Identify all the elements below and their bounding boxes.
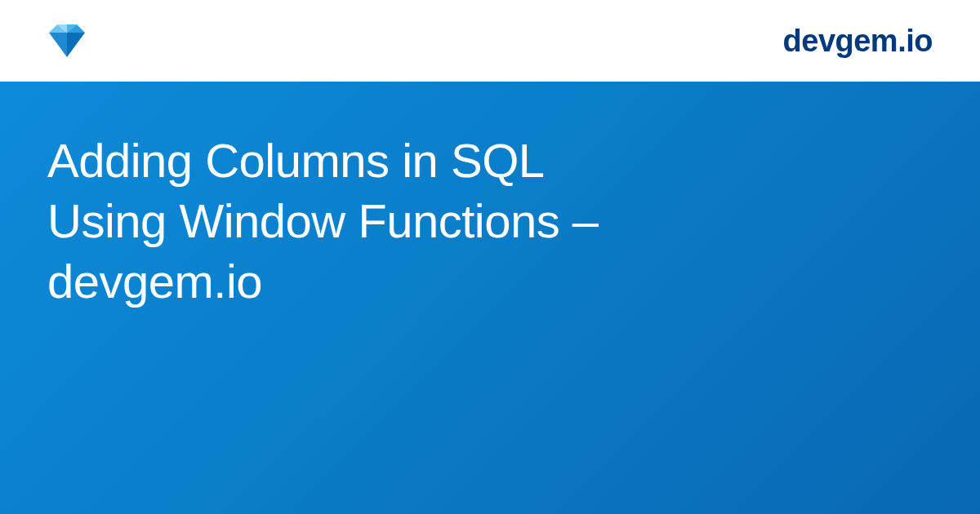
page-title: Adding Columns in SQL Using Window Funct… — [47, 131, 668, 312]
brand-name: devgem.io — [783, 24, 933, 59]
hero: Adding Columns in SQL Using Window Funct… — [0, 82, 980, 514]
svg-marker-4 — [49, 33, 67, 57]
header: devgem.io — [0, 0, 980, 82]
svg-marker-5 — [67, 33, 85, 57]
gem-icon — [47, 21, 87, 60]
